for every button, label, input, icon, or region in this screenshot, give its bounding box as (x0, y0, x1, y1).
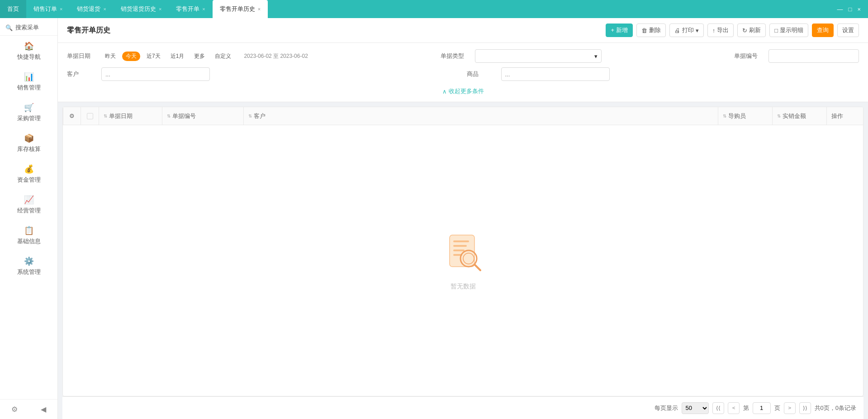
sidebar-collapse-icon[interactable]: ◀ (41, 405, 46, 414)
tab-retail-open-history[interactable]: 零售开单历史 × (213, 0, 268, 18)
per-page-select[interactable]: 10 20 50 100 (682, 402, 709, 414)
header-check[interactable] (81, 107, 99, 125)
date-more[interactable]: 更多 (190, 52, 209, 61)
per-page-label: 每页显示 (655, 404, 678, 412)
header-settings[interactable]: ⚙ (63, 107, 81, 125)
tab-sales-order-close[interactable]: × (60, 6, 62, 12)
type-select-arrow: ▾ (594, 53, 598, 60)
settings-button[interactable]: 设置 (837, 24, 859, 37)
restore-btn[interactable]: □ (849, 6, 852, 13)
header-date-label: 单据日期 (109, 112, 133, 120)
sort-amount-icon[interactable]: ⇅ (777, 113, 781, 118)
customer-input-wrapper[interactable] (101, 67, 210, 81)
prev-page-btn[interactable]: ＜ (728, 402, 740, 414)
refresh-button[interactable]: ↻ 刷新 (737, 24, 766, 37)
date-label: 单据日期 (67, 52, 94, 60)
svg-rect-2 (453, 245, 467, 247)
page-title-toolbar-wrapper: 零售开单历史 + 新增 🗑 删除 🖨 打印 ▾ ↑ 导出 (58, 18, 868, 43)
query-button[interactable]: 查询 (812, 24, 834, 37)
top-tabs-bar: 首页 销售订单 × 销货退货 × 销货退货历史 × 零售开单 × 零售开单历史 … (0, 0, 868, 18)
tab-retail-open-history-label: 零售开单历史 (220, 5, 255, 13)
num-input-wrapper[interactable] (768, 49, 859, 63)
date-yesterday[interactable]: 昨天 (101, 52, 119, 61)
collapse-label: 收起更多条件 (449, 87, 484, 95)
tab-sales-return-history-close[interactable]: × (159, 6, 161, 12)
tab-home[interactable]: 首页 (0, 0, 26, 18)
sort-date-icon[interactable]: ⇅ (104, 113, 107, 118)
finance-icon: 💰 (24, 164, 34, 174)
add-button[interactable]: + 新增 (606, 24, 632, 37)
sidebar-item-quick-nav-label: 快捷导航 (17, 53, 41, 61)
tab-sales-return-history[interactable]: 销货退货历史 × (114, 0, 169, 18)
sidebar-item-business[interactable]: 📈 经营管理 (0, 189, 57, 220)
sort-customer-icon[interactable]: ⇅ (248, 113, 252, 118)
total-info: 共0页，0条记录 (815, 404, 856, 412)
page-suffix: 页 (774, 404, 780, 412)
first-page-btn[interactable]: ⟨⟨ (712, 402, 724, 414)
sidebar-settings-icon[interactable]: ⚙ (11, 405, 18, 414)
quick-nav-icon: 🏠 (24, 41, 34, 51)
tab-sales-order[interactable]: 销售订单 × (26, 0, 70, 18)
date-options: 昨天 今天 近7天 近1月 更多 自定义 (101, 52, 235, 61)
goods-input-wrapper[interactable] (501, 67, 610, 81)
sidebar-search-label: 搜索采单 (15, 24, 39, 32)
goods-input[interactable] (505, 71, 606, 78)
page-label: 第 (743, 404, 749, 412)
filter-row-2: 客户 商品 (67, 67, 859, 81)
tab-retail-open-label: 零售开单 (176, 5, 199, 13)
sidebar-item-sales-label: 销售管理 (17, 84, 41, 92)
table-header: ⚙ ⇅ 单据日期 ⇅ 单据编号 ⇅ 客户 ⇅ (63, 107, 863, 125)
export-icon: ↑ (712, 27, 716, 34)
num-label: 单据编号 (734, 52, 761, 60)
next-page-btn[interactable]: ＞ (784, 402, 796, 414)
table-area: ⚙ ⇅ 单据日期 ⇅ 单据编号 ⇅ 客户 ⇅ (62, 107, 863, 396)
sidebar-search[interactable]: 🔍 搜索采单 (0, 18, 57, 36)
tab-retail-open[interactable]: 零售开单 × (169, 0, 212, 18)
tab-sales-return-close[interactable]: × (103, 6, 106, 12)
page-input[interactable] (753, 402, 771, 414)
header-date: ⇅ 单据日期 (99, 107, 162, 125)
show-detail-button[interactable]: □ 显示明细 (769, 24, 808, 37)
sidebar-item-quick-nav[interactable]: 🏠 快捷导航 (0, 36, 57, 66)
date-custom[interactable]: 自定义 (211, 52, 235, 61)
last-page-btn[interactable]: ⟩⟩ (799, 402, 811, 414)
refresh-label: 刷新 (749, 26, 761, 34)
collapse-btn[interactable]: ∧ 收起更多条件 (442, 87, 484, 95)
sort-guide-icon[interactable]: ⇅ (723, 113, 726, 118)
svg-line-7 (474, 264, 480, 270)
tab-retail-open-history-close[interactable]: × (258, 6, 261, 12)
empty-text: 暂无数据 (451, 282, 476, 291)
date-last7[interactable]: 近7天 (143, 52, 164, 61)
content-area: 零售开单历史 + 新增 🗑 删除 🖨 打印 ▾ ↑ 导出 (58, 18, 868, 419)
purchase-icon: 🛒 (24, 103, 34, 113)
sidebar-item-system[interactable]: ⚙️ 系统管理 (0, 251, 57, 282)
header-guide: ⇅ 导购员 (718, 107, 773, 125)
select-all-checkbox[interactable] (87, 113, 93, 119)
main-layout: 🔍 搜索采单 🏠 快捷导航 📊 销售管理 🛒 采购管理 📦 库存核算 💰 资金管… (0, 18, 868, 419)
minimize-btn[interactable]: — (837, 6, 843, 13)
header-customer: ⇅ 客户 (244, 107, 718, 125)
delete-button[interactable]: 🗑 删除 (636, 24, 666, 37)
settings-col-icon: ⚙ (69, 113, 75, 119)
tab-retail-open-close[interactable]: × (202, 6, 205, 12)
sort-num-icon[interactable]: ⇅ (167, 113, 171, 118)
sidebar-item-purchase[interactable]: 🛒 采购管理 (0, 97, 57, 128)
sidebar-item-sales[interactable]: 📊 销售管理 (0, 66, 57, 97)
close-btn[interactable]: × (857, 6, 861, 13)
num-input[interactable] (773, 53, 855, 60)
print-button[interactable]: 🖨 打印 ▾ (669, 24, 704, 37)
export-button[interactable]: ↑ 导出 (707, 24, 734, 37)
sidebar-item-basic[interactable]: 📋 基础信息 (0, 220, 57, 251)
print-icon: 🖨 (674, 27, 680, 34)
filter-row-1: 单据日期 昨天 今天 近7天 近1月 更多 自定义 2023-06-02 至 2… (67, 49, 859, 63)
sidebar-item-inventory[interactable]: 📦 库存核算 (0, 128, 57, 159)
sidebar-item-finance[interactable]: 💰 资金管理 (0, 159, 57, 189)
delete-icon: 🗑 (641, 27, 647, 34)
date-today[interactable]: 今天 (122, 52, 140, 61)
refresh-icon: ↻ (742, 27, 747, 34)
svg-point-6 (463, 253, 474, 264)
tab-sales-return[interactable]: 销货退货 × (70, 0, 113, 18)
type-select[interactable]: ▾ (475, 49, 601, 63)
customer-input[interactable] (105, 71, 206, 78)
date-last1m[interactable]: 近1月 (167, 52, 188, 61)
